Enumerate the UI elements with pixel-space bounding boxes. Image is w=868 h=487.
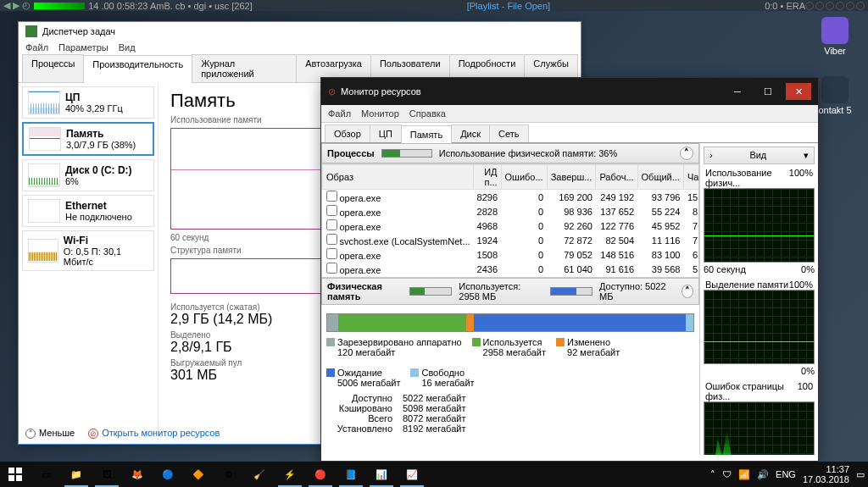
sidebar-memory[interactable]: Память3,0/7,9 ГБ (38%) xyxy=(22,122,154,156)
table-row[interactable]: opera.exe82960169 200249 19293 796155 39… xyxy=(323,190,700,205)
resmon-sidebar: ›Вид▾ Использование физич...100%60 секун… xyxy=(699,143,818,455)
taskmgr-sidebar: ЦП40% 3,29 ГГц Память3,0/7,9 ГБ (38%) Ди… xyxy=(19,83,159,442)
menu-file[interactable]: Файл xyxy=(25,42,48,53)
system-tray[interactable]: ˄ 🛡📶🔊 ENG 11:3717.03.2018 ▭ xyxy=(710,464,868,484)
svg-rect-2 xyxy=(8,475,14,481)
winamp-bar[interactable]: ◀ ▶ ◴ 14 .00 0:58:23 AmB. cb • dgi • usc… xyxy=(0,0,868,11)
winamp-title: [Playlist - File Open] xyxy=(253,1,765,11)
sidebar-cpu[interactable]: ЦП40% 3,29 ГГц xyxy=(22,86,154,119)
mini-chart xyxy=(704,188,815,263)
tb-resmon[interactable]: 📈 xyxy=(397,462,427,487)
resource-monitor-window: ⊘ Монитор ресурсов ─ ☐ ✕ Файл Монитор Сп… xyxy=(320,77,819,462)
taskmgr-title: Диспетчер задач xyxy=(42,26,115,36)
view-dropdown[interactable]: ›Вид▾ xyxy=(704,147,815,164)
minimize-button[interactable]: ─ xyxy=(725,83,750,100)
maximize-button[interactable]: ☐ xyxy=(755,83,781,100)
fewer-details-button[interactable]: ˄Меньше xyxy=(25,428,75,439)
chevron-up-icon[interactable]: ˄ xyxy=(682,285,693,298)
meter-icon xyxy=(550,287,593,296)
tray-chevron-icon[interactable]: ˄ xyxy=(710,469,715,480)
taskmgr-menu: Файл Параметры Вид xyxy=(19,41,581,54)
svg-rect-1 xyxy=(16,468,22,473)
language-indicator[interactable]: ENG xyxy=(776,469,796,479)
table-row[interactable]: svchost.exe (LocalSystemNet...1924072 87… xyxy=(323,233,700,247)
rm-tab-memory[interactable]: Память xyxy=(401,125,452,143)
table-row[interactable]: opera.exe2828098 936137 65255 22482 428 xyxy=(323,204,700,219)
taskbar: ▭ 📁 🖼 🦊 🔵 🔶 ⚙ 🧹 ⚡ 🔴 📘 📊 📈 ˄ 🛡📶🔊 ENG 11:3… xyxy=(0,462,868,487)
open-resmon-link[interactable]: ⊘Открыть монитор ресурсов xyxy=(88,428,220,439)
rm-menu-file[interactable]: Файл xyxy=(328,108,351,119)
winamp-time: 14 .00 0:58:23 AmB. cb • dgi • usc [262] xyxy=(88,1,253,11)
mini-chart xyxy=(704,401,815,455)
table-row[interactable]: opera.exe2436061 04091 61639 56852 048 xyxy=(323,262,700,276)
menu-options[interactable]: Параметры xyxy=(58,42,108,53)
rm-tab-overview[interactable]: Обзор xyxy=(325,125,370,142)
tab-processes[interactable]: Процессы xyxy=(22,54,84,82)
process-table[interactable]: ОбразИД п...Ошибо...Заверш...Рабоч...Общ… xyxy=(321,163,699,278)
tb-word[interactable]: 📘 xyxy=(336,462,366,487)
tb-winamp[interactable]: ⚡ xyxy=(275,462,305,487)
memory-bar xyxy=(326,313,694,332)
start-button[interactable] xyxy=(0,462,31,487)
tb-taskmgr[interactable]: 📊 xyxy=(366,462,397,487)
physmem-panel-header[interactable]: Физическая память Используется: 2958 МБ … xyxy=(321,278,699,305)
tb-xnview[interactable]: 🖼 xyxy=(92,462,122,487)
tb-vlc[interactable]: 🔶 xyxy=(183,462,214,487)
rm-tab-cpu[interactable]: ЦП xyxy=(370,125,402,142)
rm-tab-disk[interactable]: Диск xyxy=(451,125,490,142)
rm-menu-monitor[interactable]: Монитор xyxy=(361,108,399,119)
table-row[interactable]: opera.exe4968092 260122 77645 95276 824 xyxy=(323,219,700,233)
meter-icon xyxy=(381,149,432,158)
tb-eset[interactable]: 🔵 xyxy=(153,462,183,487)
taskview-icon[interactable]: ▭ xyxy=(31,462,61,487)
sidebar-wifi[interactable]: Wi-FiО: 0,5 П: 30,1 Мбит/с xyxy=(22,230,154,271)
physmem-panel: Зарезервировано аппаратно120 мегабайтИсп… xyxy=(321,305,699,439)
tb-steam[interactable]: ⚙ xyxy=(214,462,244,487)
processes-panel-header[interactable]: Процессы Использование физической памяти… xyxy=(321,143,699,163)
clock[interactable]: 11:3717.03.2018 xyxy=(803,464,849,484)
taskmgr-icon xyxy=(25,25,37,37)
sidebar-ethernet[interactable]: EthernetНе подключено xyxy=(22,195,154,227)
meter-icon xyxy=(409,287,452,296)
rm-tab-network[interactable]: Сеть xyxy=(489,125,528,142)
svg-rect-3 xyxy=(16,475,22,481)
svg-rect-0 xyxy=(8,468,14,473)
mini-chart xyxy=(704,290,815,364)
resmon-title: Монитор ресурсов xyxy=(341,86,421,97)
desktop-icon-viber[interactable]: Viber xyxy=(814,17,856,56)
desktop-icon-kontakt[interactable]: ontakt 5 xyxy=(814,76,856,115)
tb-ccleaner[interactable]: 🧹 xyxy=(244,462,275,487)
table-row[interactable]: opera.exe1508079 052148 51683 10065 416 xyxy=(323,247,700,262)
close-button[interactable]: ✕ xyxy=(786,83,811,100)
tab-app-history[interactable]: Журнал приложений xyxy=(192,54,297,82)
tb-opera[interactable]: 🔴 xyxy=(305,462,336,487)
taskmgr-titlebar[interactable]: Диспетчер задач xyxy=(19,22,581,41)
tb-explorer[interactable]: 📁 xyxy=(61,462,92,487)
menu-view[interactable]: Вид xyxy=(119,42,136,53)
tab-performance[interactable]: Производительность xyxy=(83,55,192,83)
rm-menu-help[interactable]: Справка xyxy=(409,108,446,119)
resmon-titlebar[interactable]: ⊘ Монитор ресурсов ─ ☐ ✕ xyxy=(321,78,818,105)
chevron-up-icon[interactable]: ˄ xyxy=(680,147,693,160)
sidebar-disk[interactable]: Диск 0 (C: D:)6% xyxy=(22,159,154,191)
tb-firefox[interactable]: 🦊 xyxy=(122,462,153,487)
